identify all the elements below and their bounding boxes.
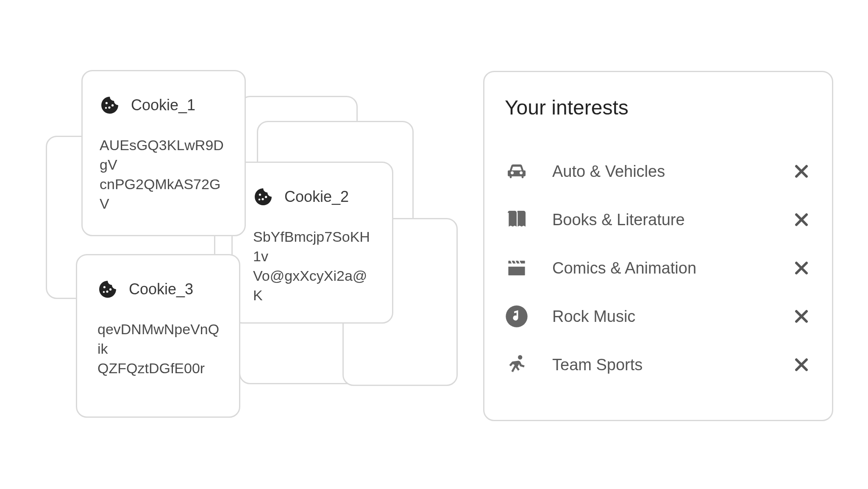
cookie-card-2: Cookie_2 SbYfBmcjp7SoKH1v Vo@gxXcyXi2a@K [231,162,393,324]
svg-point-3 [105,107,107,109]
car-icon [505,159,529,183]
cookie-value-line: QZFQztDGfE00r [97,360,205,376]
svg-point-1 [108,106,110,109]
cookie-value-line: AUEsGQ3KLwR9DgV [100,137,224,173]
book-icon [505,208,529,232]
clapper-icon [505,256,529,280]
interest-label: Auto & Vehicles [552,162,791,181]
cookie-card-3: Cookie_3 qevDNMwNpeVnQik QZFQztDGfE00r [76,254,240,418]
interests-title: Your interests [505,96,812,119]
svg-point-9 [106,291,108,293]
interests-panel: Your interests Auto & Vehicles Books & L… [483,71,833,421]
interest-label: Rock Music [552,307,791,326]
svg-point-7 [259,198,260,200]
svg-point-8 [103,286,106,288]
svg-point-4 [259,193,261,196]
remove-interest-button[interactable] [791,210,812,230]
interest-row-comics: Comics & Animation [505,244,812,292]
cookie-value-line: Vo@gxXcyXi2a@K [253,268,367,303]
interest-row-books: Books & Literature [505,196,812,244]
remove-interest-button[interactable] [791,306,812,327]
cookie-value-line: qevDNMwNpeVnQik [97,321,219,357]
svg-point-11 [103,291,105,293]
remove-interest-button[interactable] [791,161,812,182]
sports-icon [505,353,529,377]
interest-label: Books & Literature [552,211,791,229]
svg-point-2 [111,104,114,106]
cookie-value-line: SbYfBmcjp7SoKH1v [253,229,370,264]
cookie-icon [253,187,273,207]
cookie-value-line: cnPG2QMkAS72GV [100,176,220,212]
interest-row-sports: Team Sports [505,341,812,389]
svg-point-13 [518,355,522,359]
diagram-stage: Cookie_1 AUEsGQ3KLwR9DgV cnPG2QMkAS72GV … [0,0,868,489]
cookie-title: Cookie_2 [284,188,349,206]
interest-row-auto: Auto & Vehicles [505,147,812,196]
svg-point-10 [109,288,111,291]
cookie-value: qevDNMwNpeVnQik QZFQztDGfE00r [97,320,222,378]
svg-point-5 [262,198,264,200]
music-icon [505,305,529,328]
remove-interest-button[interactable] [791,355,812,375]
svg-point-6 [265,196,267,198]
remove-interest-button[interactable] [791,258,812,278]
cookie-icon [97,279,118,299]
interest-label: Comics & Animation [552,259,791,277]
cookie-value: SbYfBmcjp7SoKH1v Vo@gxXcyXi2a@K [253,227,375,305]
cookie-value: AUEsGQ3KLwR9DgV cnPG2QMkAS72GV [100,136,229,214]
cookie-icon [100,95,120,115]
interest-label: Team Sports [552,356,791,374]
svg-point-0 [106,102,108,104]
cookie-card-1: Cookie_1 AUEsGQ3KLwR9DgV cnPG2QMkAS72GV [81,70,246,236]
cookie-title: Cookie_1 [131,96,195,114]
cookie-title: Cookie_3 [129,280,193,298]
interest-row-music: Rock Music [505,292,812,341]
